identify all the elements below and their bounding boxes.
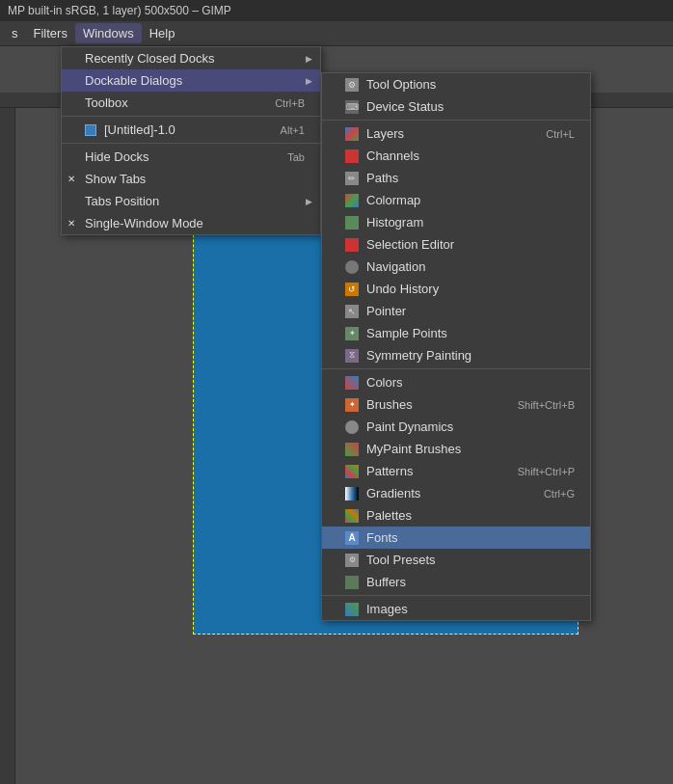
sep-c [322, 595, 590, 596]
sep-b [322, 368, 590, 369]
colormap-icon [345, 194, 359, 207]
tool-presets-icon: ⚙ [345, 554, 359, 567]
single-window-mode[interactable]: Single-Window Mode [62, 212, 320, 234]
pointer[interactable]: ↖ Pointer [322, 300, 590, 322]
histogram[interactable]: Histogram [322, 211, 590, 233]
device-status[interactable]: ⌨ Device Status [322, 95, 590, 118]
show-tabs[interactable]: Show Tabs [62, 168, 320, 190]
patterns[interactable]: Patterns Shift+Ctrl+P [322, 460, 590, 482]
paint-dynamics[interactable]: Paint Dynamics [322, 416, 590, 438]
mypaint-brushes[interactable]: MyPaint Brushes [322, 438, 590, 460]
hide-docks[interactable]: Hide Docks Tab [62, 146, 320, 168]
menu-s[interactable]: s [4, 23, 26, 43]
gradients-icon [345, 487, 359, 500]
windows-menu: Recently Closed Docks Dockable Dialogs T… [61, 46, 321, 235]
buffers[interactable]: Buffers [322, 571, 590, 593]
sample-points-icon: ✦ [345, 327, 359, 340]
symmetry-painting[interactable]: ⧖ Symmetry Painting [322, 344, 590, 366]
navigation-icon [345, 260, 359, 274]
tool-options-icon: ⚙ [345, 78, 359, 92]
palettes-icon [345, 509, 359, 523]
undo-history[interactable]: ↺ Undo History [322, 278, 590, 300]
fonts[interactable]: A Fonts [322, 527, 590, 549]
brushes[interactable]: ✦ Brushes Shift+Ctrl+B [322, 393, 590, 416]
paint-dynamics-icon [345, 420, 359, 434]
symmetry-painting-icon: ⧖ [345, 349, 359, 363]
sep-a [322, 120, 590, 121]
palettes[interactable]: Palettes [322, 504, 590, 527]
tool-presets[interactable]: ⚙ Tool Presets [322, 549, 590, 571]
menu-filters[interactable]: Filters [26, 23, 75, 43]
selection-editor-icon [345, 238, 359, 252]
toolbox-item[interactable]: Toolbox Ctrl+B [62, 92, 320, 114]
channels-icon [345, 149, 359, 163]
dockable-dialogs[interactable]: Dockable Dialogs [62, 69, 320, 92]
menu-windows[interactable]: Windows [75, 23, 142, 43]
selection-editor[interactable]: Selection Editor [322, 233, 590, 256]
patterns-icon [345, 465, 359, 478]
layers[interactable]: Layers Ctrl+L [322, 122, 590, 145]
paths-icon: ✏ [345, 172, 359, 185]
pointer-icon: ↖ [345, 305, 359, 318]
mypaint-brushes-icon [345, 443, 359, 456]
gradients[interactable]: Gradients Ctrl+G [322, 482, 590, 504]
dockable-dialogs-menu: ⚙ Tool Options ⌨ Device Status Layers Ct… [321, 72, 591, 621]
buffers-icon [345, 576, 359, 589]
sample-points[interactable]: ✦ Sample Points [322, 322, 590, 344]
title-text: MP built-in sRGB, 1 layer) 500x500 – GIM… [8, 4, 231, 17]
images-icon [345, 603, 359, 616]
layers-icon [345, 127, 359, 141]
undo-history-icon: ↺ [345, 283, 359, 296]
tabs-position[interactable]: Tabs Position [62, 190, 320, 212]
blue-square-icon [85, 124, 96, 136]
colormap[interactable]: Colormap [322, 189, 590, 211]
fonts-icon: A [345, 531, 359, 545]
navigation[interactable]: Navigation [322, 256, 590, 278]
tool-options[interactable]: ⚙ Tool Options [322, 73, 590, 95]
brushes-icon: ✦ [345, 398, 359, 412]
paths[interactable]: ✏ Paths [322, 167, 590, 189]
recently-closed-docks[interactable]: Recently Closed Docks [62, 47, 320, 69]
device-status-icon: ⌨ [345, 100, 359, 114]
channels[interactable]: Channels [322, 145, 590, 167]
colors[interactable]: Colors [322, 371, 590, 393]
ruler-vertical [0, 108, 15, 784]
menu-help[interactable]: Help [142, 23, 183, 43]
sep1 [62, 116, 320, 117]
sep2 [62, 143, 320, 144]
colors-icon [345, 376, 359, 390]
images[interactable]: Images [322, 598, 590, 620]
menu-bar: s Filters Windows Help [0, 21, 673, 46]
untitled-item[interactable]: [Untitled]-1.0 Alt+1 [62, 119, 320, 141]
title-bar: MP built-in sRGB, 1 layer) 500x500 – GIM… [0, 0, 673, 21]
histogram-icon [345, 216, 359, 230]
